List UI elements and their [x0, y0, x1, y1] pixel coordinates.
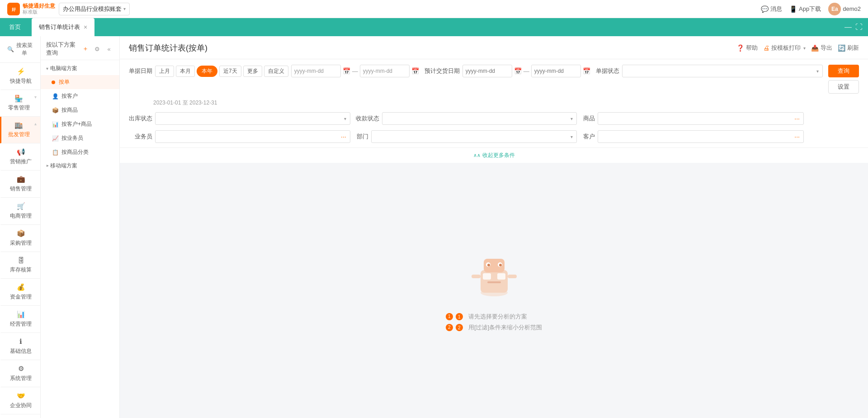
- help-icon: ❓: [736, 44, 744, 52]
- basic-icon: ℹ: [19, 337, 22, 346]
- doc-status-select[interactable]: ▾: [622, 65, 823, 77]
- search-menu-button[interactable]: 🔍 搜索菜单: [5, 40, 35, 59]
- scheme-group-pc: ▾ 电脑端方案 按单 👤 按客户 📦 按商品 📊 按客户+商: [41, 62, 119, 159]
- left-panel: 按以下方案查询 ＋ ⚙ « ▾ 电脑端方案: [41, 36, 120, 418]
- scheme-item-by-salesman[interactable]: 📈 按业务员: [41, 131, 119, 145]
- inventory-icon: 🗄: [18, 256, 24, 264]
- content-area: 销售订单统计表(按单) ❓ 帮助 🖨 按模板打印 ▾ 📤 导出 🔄 刷新: [120, 36, 868, 418]
- chevron-down-icon: ▾: [123, 6, 126, 11]
- scheme-group-pc-header[interactable]: ▾ 电脑端方案: [41, 62, 119, 75]
- expected-date-label: 预计交货日期: [425, 67, 460, 75]
- sidebar-item-system[interactable]: ⚙ 系统管理: [0, 360, 40, 387]
- sidebar-item-quick-nav[interactable]: ⚡ 快捷导航: [0, 63, 40, 90]
- date-start-input[interactable]: [291, 65, 341, 77]
- customer-select[interactable]: ···: [598, 130, 804, 143]
- date-end-input[interactable]: [360, 65, 410, 77]
- preset-last7days[interactable]: 近7天: [219, 66, 241, 77]
- tab-home[interactable]: 首页: [0, 18, 30, 36]
- collapse-filter-bar[interactable]: ∧∧ 收起更多条件: [120, 147, 868, 163]
- scheme-item-by-product[interactable]: 📦 按商品: [41, 103, 119, 117]
- tab-bar-actions: — ⛶: [844, 23, 868, 31]
- tab-sales-order-stats[interactable]: 销售订单统计表 ×: [32, 18, 94, 36]
- collapse-panel-button[interactable]: «: [104, 44, 114, 54]
- search-button[interactable]: 查询: [828, 65, 859, 77]
- product-filter-group: 商品 ···: [582, 112, 804, 125]
- sidebar-item-wholesale[interactable]: 🏬 批发管理 ▴: [0, 117, 40, 143]
- sidebar-item-finance[interactable]: 💰 资金管理: [0, 279, 40, 306]
- app-download-nav[interactable]: 📱 App下载: [789, 5, 821, 13]
- page-title: 销售订单统计表(按单): [129, 43, 208, 59]
- quick-nav-icon: ⚡: [17, 67, 25, 76]
- payment-select-arrow: ▾: [571, 116, 573, 121]
- top-bar: 好 畅捷通好生意 标准版 办公用品行业模拟账套 ▾ 💬 消息 📱 App下载 E…: [0, 0, 868, 18]
- customer-more-icon: ···: [794, 133, 800, 140]
- preset-custom[interactable]: 自定义: [264, 66, 288, 77]
- salesman-select[interactable]: ···: [155, 130, 350, 143]
- sidebar-item-inventory[interactable]: 🗄 库存核算: [0, 252, 40, 279]
- tab-minimize-icon[interactable]: —: [844, 23, 852, 31]
- marketing-icon: 📢: [17, 148, 25, 156]
- customer-product-scheme-icon: 📊: [52, 121, 59, 128]
- finance-icon: 💰: [17, 283, 25, 291]
- svg-point-11: [499, 264, 502, 266]
- doc-status-group: 单据状态 ▾: [596, 65, 823, 77]
- sidebar-item-operation[interactable]: 📊 经营管理: [0, 306, 40, 333]
- tab-bar: 首页 销售订单统计表 × — ⛶: [0, 18, 868, 36]
- print-icon: 🖨: [763, 44, 769, 52]
- scheme-group-mobile-header[interactable]: ▾ 移动端方案: [41, 159, 119, 172]
- salesman-scheme-icon: 📈: [52, 135, 59, 142]
- expected-date-start-input[interactable]: [462, 65, 512, 77]
- date-separator: —: [352, 68, 358, 75]
- sidebar-item-enterprise[interactable]: 🤝 企业协同: [0, 387, 40, 414]
- message-nav[interactable]: 💬 消息: [761, 5, 782, 13]
- department-label: 部门: [356, 133, 368, 141]
- sidebar-item-newuser[interactable]: 🌟 新手引导: [0, 414, 40, 418]
- shipping-status-select[interactable]: ▾: [155, 112, 350, 125]
- export-button[interactable]: 📤 导出: [811, 44, 832, 52]
- preset-this-year[interactable]: 本年: [197, 66, 217, 77]
- template-print-button[interactable]: 🖨 按模板打印 ▾: [763, 44, 806, 52]
- date-icon-end: 📅: [411, 67, 419, 75]
- customer-label: 客户: [582, 133, 595, 141]
- settings-scheme-button[interactable]: ⚙: [92, 44, 102, 54]
- svg-rect-5: [497, 273, 505, 280]
- top-bar-right: 💬 消息 📱 App下载 Ea demo2: [761, 3, 861, 15]
- tab-close-icon[interactable]: ×: [84, 24, 87, 31]
- expected-date-separator: —: [524, 68, 529, 75]
- sidebar-item-marketing[interactable]: 📢 营销推广: [0, 143, 40, 171]
- add-scheme-button[interactable]: ＋: [80, 44, 90, 54]
- preset-more[interactable]: 更多: [243, 66, 262, 77]
- shipping-status-label: 出库状态: [129, 114, 152, 123]
- expected-date-range: 📅 — 📅: [462, 65, 590, 77]
- left-panel-header: 按以下方案查询 ＋ ⚙ «: [41, 36, 119, 60]
- left-panel-actions: ＋ ⚙ «: [80, 44, 114, 54]
- department-select[interactable]: ▾: [371, 130, 577, 143]
- sidebar-item-sales[interactable]: 💼 销售管理: [0, 171, 40, 198]
- scheme-list: ▾ 电脑端方案 按单 👤 按客户 📦 按商品 📊 按客户+商: [41, 60, 119, 418]
- wholesale-expand-icon: ▴: [34, 121, 37, 126]
- product-select[interactable]: ···: [598, 112, 804, 125]
- preset-last-month[interactable]: 上月: [155, 66, 174, 77]
- shipping-status-group: 出库状态 ▾: [129, 112, 350, 125]
- refresh-button[interactable]: 🔄 刷新: [838, 44, 859, 52]
- sidebar-item-basic[interactable]: ℹ 基础信息: [0, 333, 40, 360]
- settings-button[interactable]: 设置: [828, 80, 859, 94]
- sidebar-item-ecommerce[interactable]: 🛒 电商管理: [0, 198, 40, 225]
- preset-this-month[interactable]: 本月: [176, 66, 195, 77]
- scheme-item-by-order[interactable]: 按单: [41, 75, 119, 89]
- sidebar-item-retail[interactable]: 🏪 零售管理 ▾: [0, 90, 40, 117]
- scheme-item-by-customer[interactable]: 👤 按客户: [41, 89, 119, 103]
- expected-date-end-input[interactable]: [531, 65, 581, 77]
- scheme-item-by-category[interactable]: 📋 按商品分类: [41, 145, 119, 159]
- scheme-item-by-customer-product[interactable]: 📊 按客户+商品: [41, 117, 119, 131]
- help-button[interactable]: ❓ 帮助: [736, 44, 758, 52]
- department-filter-group: 部门 ▾: [356, 130, 577, 143]
- salesman-filter-group: 业务员 ···: [129, 130, 350, 143]
- logo-area: 好 畅捷通好生意 标准版: [7, 3, 55, 15]
- sidebar-item-purchase[interactable]: 📦 采购管理: [0, 225, 40, 252]
- product-label: 商品: [582, 114, 595, 123]
- payment-status-select[interactable]: ▾: [382, 112, 577, 125]
- user-profile[interactable]: Ea demo2: [828, 3, 861, 15]
- tab-maximize-icon[interactable]: ⛶: [855, 23, 863, 31]
- app-selector[interactable]: 办公用品行业模拟账套 ▾: [59, 3, 130, 15]
